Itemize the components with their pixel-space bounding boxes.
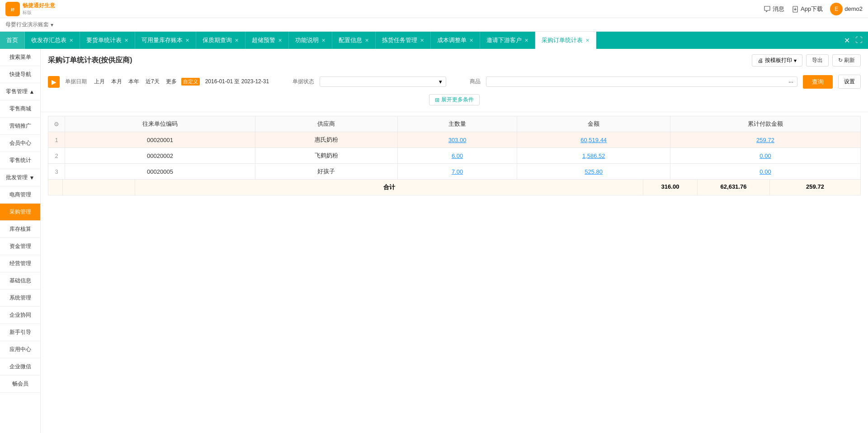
row2-qty: 6.00 xyxy=(397,148,517,164)
sidebar-item-retail-stats[interactable]: 零售统计 xyxy=(0,152,40,169)
goods-more-icon[interactable]: ··· xyxy=(788,78,793,85)
user-area[interactable]: E demo2 xyxy=(830,3,863,15)
col-paid: 累计付款金额 xyxy=(670,116,860,132)
sidebar-item-retail-mall[interactable]: 零售商城 xyxy=(0,100,40,118)
close-tab-peizhi[interactable]: ✕ xyxy=(365,38,369,43)
sidebar-item-appcenter[interactable]: 应用中心 xyxy=(0,341,40,358)
tab-gongneng[interactable]: 功能说明 ✕ xyxy=(289,32,332,49)
sidebar-item-operations[interactable]: 经营管理 xyxy=(0,255,40,272)
top-right: 消息 App下载 E demo2 xyxy=(764,3,863,15)
tab-baozhiqi[interactable]: 保质期查询 ✕ xyxy=(196,32,245,49)
close-tab-chengben[interactable]: ✕ xyxy=(469,38,473,43)
tab-yaoqing[interactable]: 邀请下游客户 ✕ xyxy=(480,32,535,49)
sidebar-item-wholesale[interactable]: 批发管理 ▼ xyxy=(0,169,40,186)
workspace-selector[interactable]: 母婴行业演示账套 ▾ xyxy=(5,21,53,29)
nav-tabs: 首页 收发存汇总表 ✕ 要货单统计表 ✕ 可用量库存账本 ✕ 保质期查询 ✕ 超… xyxy=(0,32,868,49)
close-tab-jianhuo[interactable]: ✕ xyxy=(420,38,424,43)
footer-supplier-cell: 合计 xyxy=(135,180,643,195)
close-tab-shoufacun[interactable]: ✕ xyxy=(69,38,73,43)
sidebar-item-vip[interactable]: 畅会员 xyxy=(0,376,40,393)
settings-button[interactable]: 设置 xyxy=(838,75,861,89)
tab-keyongliang[interactable]: 可用量库存账本 ✕ xyxy=(135,32,196,49)
close-tab-keyongliang[interactable]: ✕ xyxy=(185,38,189,43)
sidebar-item-marketing[interactable]: 营销推广 xyxy=(0,118,40,135)
sidebar-item-inventory[interactable]: 库存核算 xyxy=(0,221,40,238)
row1-supplier: 惠氏奶粉 xyxy=(255,132,397,148)
template-print-icon: 🖨 xyxy=(758,57,763,64)
tab-yaohuo[interactable]: 要货单统计表 ✕ xyxy=(80,32,135,49)
shortcut-more[interactable]: 更多 xyxy=(164,77,179,86)
close-tab-chaochu[interactable]: ✕ xyxy=(278,38,282,43)
download-icon xyxy=(792,5,799,13)
col-code: 往来单位编码 xyxy=(65,116,255,132)
table-row: 3 00020005 好孩子 7.00 525.80 0.00 xyxy=(48,164,861,180)
col-settings: ⚙ xyxy=(48,116,65,132)
nav-fullscreen-btn[interactable]: ⛶ xyxy=(854,34,864,46)
close-tab-yaohuo[interactable]: ✕ xyxy=(124,38,128,43)
shortcut-this-month[interactable]: 本月 xyxy=(109,77,124,86)
page-inner: 采购订单统计表(按供应商) 🖨 按模板打印 ▾ 导出 ↻ 刷新 xyxy=(41,49,868,433)
table-header-row: ⚙ 往来单位编码 供应商 主数量 金额 累计付款金额 xyxy=(48,116,861,132)
status-filter-select[interactable]: ▾ xyxy=(320,76,446,87)
sidebar-item-search[interactable]: 搜索菜单 xyxy=(0,49,40,66)
tab-chengben[interactable]: 成本调整单 ✕ xyxy=(431,32,480,49)
date-range-display: 2016-01-01 至 2023-12-31 xyxy=(205,78,269,86)
nav-close-btn[interactable]: ✕ xyxy=(842,34,852,47)
sidebar-item-basic-info[interactable]: 基础信息 xyxy=(0,272,40,290)
tab-chaochu[interactable]: 超储预警 ✕ xyxy=(245,32,289,49)
row2-supplier: 飞鹤奶粉 xyxy=(255,148,397,164)
table-footer: 合计 316.00 62,631.76 259.72 xyxy=(48,180,861,195)
row3-code: 00020005 xyxy=(65,164,255,180)
refresh-button[interactable]: ↻ 刷新 xyxy=(832,54,861,67)
tab-home[interactable]: 首页 xyxy=(0,32,25,49)
close-tab-yaoqing[interactable]: ✕ xyxy=(524,38,528,43)
query-button[interactable]: 查询 xyxy=(803,75,833,89)
sidebar-item-member[interactable]: 会员中心 xyxy=(0,135,40,152)
expand-more-btn[interactable]: ⊞ 展开更多条件 xyxy=(429,94,480,105)
shortcut-7days[interactable]: 近7天 xyxy=(144,77,161,86)
sidebar-item-wechat[interactable]: 企业微信 xyxy=(0,358,40,376)
app-download-btn[interactable]: App下载 xyxy=(792,5,823,13)
footer-label-cell xyxy=(63,180,135,195)
tab-caigou-active[interactable]: 采购订单统计表 ✕ xyxy=(535,32,596,49)
app-download-label: App下载 xyxy=(801,5,823,13)
footer-amount-cell: 62,631.76 xyxy=(698,180,770,195)
page-content: 采购订单统计表(按供应商) 🖨 按模板打印 ▾ 导出 ↻ 刷新 xyxy=(41,49,868,433)
shortcut-last-month[interactable]: 上月 xyxy=(92,77,107,86)
shortcut-this-year[interactable]: 本年 xyxy=(127,77,141,86)
status-filter-label: 单据状态 xyxy=(292,78,314,86)
row3-supplier: 好孩子 xyxy=(255,164,397,180)
refresh-label: 刷新 xyxy=(844,57,855,63)
row2-no: 2 xyxy=(48,148,65,164)
sidebar-item-quicknav[interactable]: 快捷导航 xyxy=(0,66,40,83)
tab-peizhi[interactable]: 配置信息 ✕ xyxy=(332,32,376,49)
sidebar-item-enterprise[interactable]: 企业协同 xyxy=(0,307,40,324)
workspace-name: 母婴行业演示账套 xyxy=(5,21,49,29)
sidebar-item-purchase[interactable]: 采购管理 xyxy=(0,204,40,221)
sidebar-item-newuser[interactable]: 新手引导 xyxy=(0,324,40,341)
sidebar-item-ecommerce[interactable]: 电商管理 xyxy=(0,186,40,204)
logo-text: 畅捷通好生意 标版 xyxy=(23,2,55,16)
export-button[interactable]: 导出 xyxy=(806,54,829,67)
message-btn[interactable]: 消息 xyxy=(764,5,784,13)
footer-qty-cell: 316.00 xyxy=(643,180,698,195)
tab-shoufacun[interactable]: 收发存汇总表 ✕ xyxy=(25,32,80,49)
sidebar-item-system[interactable]: 系统管理 xyxy=(0,290,40,307)
workspace-bar: 母婴行业演示账套 ▾ xyxy=(0,18,868,32)
goods-filter-input[interactable] xyxy=(490,79,788,85)
table-gear-icon[interactable]: ⚙ xyxy=(54,121,59,128)
row2-amount: 1,586.52 xyxy=(517,148,670,164)
row3-no: 3 xyxy=(48,164,65,180)
username-label: demo2 xyxy=(844,5,863,12)
logo-area: 好 畅捷通好生意 标版 xyxy=(5,2,55,16)
sidebar-item-finance[interactable]: 资金管理 xyxy=(0,238,40,255)
custom-date-tag[interactable]: 自定义 xyxy=(181,78,200,86)
close-tab-baozhiqi[interactable]: ✕ xyxy=(235,38,239,43)
sidebar-item-retail-mgmt[interactable]: 零售管理 ▲ xyxy=(0,83,40,100)
template-print-button[interactable]: 🖨 按模板打印 ▾ xyxy=(752,54,802,67)
close-tab-caigou[interactable]: ✕ xyxy=(585,38,590,43)
close-tab-gongneng[interactable]: ✕ xyxy=(321,38,326,43)
tab-jianhuo[interactable]: 拣货任务管理 ✕ xyxy=(376,32,431,49)
row1-no: 1 xyxy=(48,132,65,148)
filter-toggle-btn[interactable]: ▶ xyxy=(48,76,60,88)
